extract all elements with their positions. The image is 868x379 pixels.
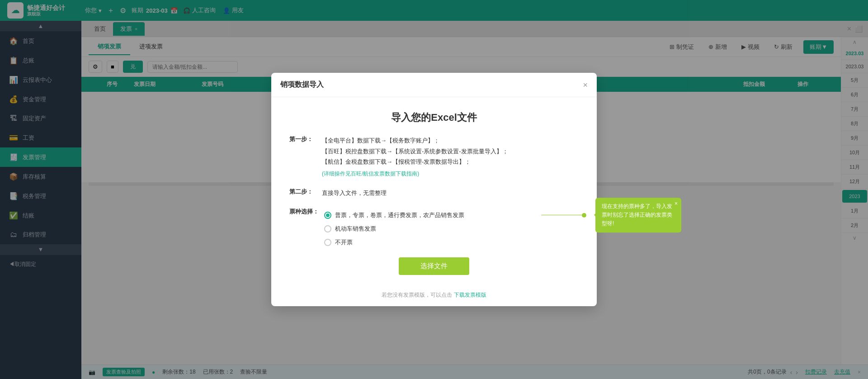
- ticket-section: 票种选择： 普票，专票，卷票，通行费发票，农产品销售发票: [289, 208, 579, 246]
- step1-row: 第一步： 【全电平台】数据下载→【税务数字账户】； 【百旺】税控盘数据下载→【系…: [289, 135, 579, 179]
- step1-line3: 【航信】金税盘数据下载→【报税管理-发票数据导出】；: [322, 156, 508, 167]
- step1-line1: 【全电平台】数据下载→【税务数字账户】；: [322, 135, 508, 146]
- radio-btn-1[interactable]: [324, 212, 331, 219]
- radio-btn-3[interactable]: [324, 239, 331, 246]
- radio-group: 普票，专票，卷票，通行费发票，农产品销售发票 × 现在支持的票种多了，导入发票时…: [324, 211, 464, 246]
- modal-header: 销项数据导入 ×: [271, 73, 597, 97]
- step2-content: 直接导入文件，无需整理: [322, 188, 387, 198]
- step1-link[interactable]: (详细操作见百旺/航信发票数据下载指南): [322, 169, 508, 179]
- modal-close-button[interactable]: ×: [583, 81, 588, 89]
- modal-footer: 若您没有发票模版，可以点击 下载发票模版: [271, 284, 597, 306]
- tooltip-close-btn[interactable]: ×: [675, 199, 678, 208]
- step2-row: 第二步： 直接导入文件，无需整理: [289, 188, 579, 198]
- radio-option-3[interactable]: 不开票: [324, 238, 464, 246]
- radio-option-1[interactable]: 普票，专票，卷票，通行费发票，农产品销售发票 × 现在支持的票种多了，导入发票时…: [324, 211, 464, 219]
- step1-section: 第一步： 【全电平台】数据下载→【税务数字账户】； 【百旺】税控盘数据下载→【系…: [289, 135, 579, 179]
- ticket-label: 票种选择：: [289, 208, 319, 246]
- step1-content: 【全电平台】数据下载→【税务数字账户】； 【百旺】税控盘数据下载→【系统设置-系…: [322, 135, 508, 179]
- select-file-button[interactable]: 选择文件: [399, 257, 469, 275]
- modal-main-title: 导入您的Excel文件: [289, 111, 579, 124]
- download-template-link[interactable]: 下载发票模版: [454, 292, 486, 298]
- radio-btn-2[interactable]: [324, 225, 331, 232]
- radio-label-2: 机动车销售发票: [335, 225, 376, 233]
- modal-footer-text: 若您没有发票模版，可以点击: [382, 292, 452, 298]
- step1-line2: 【百旺】税控盘数据下载→【系统设置-系统参数设置-发票批量导入】；: [322, 146, 508, 156]
- tooltip-text: 现在支持的票种多了，导入发票时别忘了选择正确的发票类型呀!: [602, 203, 672, 227]
- step2-section: 第二步： 直接导入文件，无需整理: [289, 188, 579, 198]
- modal-title: 销项数据导入: [280, 80, 324, 90]
- radio-label-1: 普票，专票，卷票，通行费发票，农产品销售发票: [335, 211, 464, 219]
- step1-label: 第一步：: [289, 135, 316, 179]
- step2-label: 第二步：: [289, 188, 316, 198]
- modal-body: 导入您的Excel文件 第一步： 【全电平台】数据下载→【税务数字账户】； 【百…: [271, 97, 597, 284]
- step1-link-anchor[interactable]: (详细操作见百旺/航信发票数据下载指南): [322, 171, 419, 177]
- radio-option-2[interactable]: 机动车销售发票: [324, 225, 464, 233]
- radio-label-3: 不开票: [335, 238, 353, 246]
- modal-overlay: 销项数据导入 × 导入您的Excel文件 第一步： 【全电平台】数据下载→【税务…: [0, 0, 868, 379]
- ticket-row: 票种选择： 普票，专票，卷票，通行费发票，农产品销售发票: [289, 208, 579, 246]
- import-modal: 销项数据导入 × 导入您的Excel文件 第一步： 【全电平台】数据下载→【税务…: [271, 73, 597, 306]
